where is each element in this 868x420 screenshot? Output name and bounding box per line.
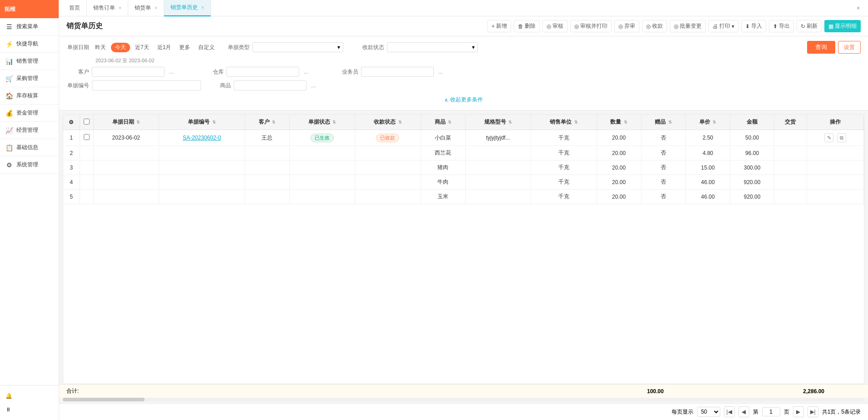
per-page-select[interactable]: 50 100 200: [697, 407, 720, 417]
salesperson-ellipsis[interactable]: ...: [437, 69, 445, 75]
collect-status-select[interactable]: ▾: [387, 42, 478, 52]
cell-transaction: [774, 130, 807, 146]
scrollbar-thumb[interactable]: [63, 398, 145, 401]
next-page-button[interactable]: ▶: [793, 406, 804, 417]
date-btn-today[interactable]: 今天: [111, 43, 130, 52]
cell-checkbox[interactable]: [80, 175, 93, 190]
delete-button[interactable]: 🗑 删除: [514, 20, 540, 32]
tab-sales-order[interactable]: 销售订单 ×: [87, 0, 128, 16]
customer-ellipsis[interactable]: ...: [167, 69, 176, 75]
abandon-icon: ◎: [618, 23, 623, 30]
tab-sales-goods[interactable]: 销货单 ×: [128, 0, 164, 16]
warehouse-ellipsis[interactable]: ...: [302, 69, 310, 75]
print-button[interactable]: 🖨 打印 ▾: [708, 20, 738, 32]
sidebar-item-inventory-calc[interactable]: 🏠 库存核算: [0, 87, 59, 105]
sidebar-item-label: 搜索菜单: [16, 23, 38, 30]
add-label: 新增: [496, 22, 507, 30]
filter-settings-button[interactable]: 设置: [838, 41, 861, 54]
th-doc-date[interactable]: 单据日期 ⇅: [93, 115, 159, 130]
th-goods[interactable]: 商品 ⇅: [421, 115, 465, 130]
cell-doc-date: [93, 146, 159, 160]
row-checkbox[interactable]: [84, 134, 90, 140]
abandon-button[interactable]: ◎ 弃审: [614, 20, 639, 32]
cell-transaction: [774, 160, 807, 175]
table-header-row: ⚙ 单据日期 ⇅ 单据编号 ⇅ 客户 ⇅: [63, 115, 864, 130]
doc-type-select[interactable]: ▾: [252, 42, 343, 52]
cell-checkbox[interactable]: [80, 160, 93, 175]
cell-collect-status: [355, 160, 421, 175]
cell-checkbox[interactable]: [80, 190, 93, 204]
refresh-button[interactable]: ↻ 刷新: [797, 20, 822, 32]
print-icon: 🖨: [712, 23, 718, 30]
cell-spec-type: [465, 190, 531, 204]
show-detail-button[interactable]: ▦ 显示明细: [824, 20, 861, 32]
sidebar-bottom-item-1[interactable]: 🔔: [0, 389, 59, 403]
last-page-button[interactable]: ▶|: [808, 406, 818, 417]
date-btn-yesterday[interactable]: 昨天: [92, 42, 109, 53]
th-collect-status[interactable]: 收款状态 ⇅: [355, 115, 421, 130]
import-label: 导入: [751, 22, 762, 30]
th-doc-status[interactable]: 单据状态 ⇅: [289, 115, 355, 130]
sidebar-bottom-item-2[interactable]: ⏸: [0, 403, 59, 416]
warehouse-input[interactable]: [226, 67, 299, 77]
th-quantity[interactable]: 数量 ⇅: [597, 115, 641, 130]
th-unit-price[interactable]: 单价 ⇅: [686, 115, 730, 130]
page-number-input[interactable]: [762, 407, 780, 416]
goods-input[interactable]: [234, 80, 306, 90]
doc-no-input[interactable]: [92, 80, 201, 90]
cell-doc-date: [93, 190, 159, 204]
sidebar-item-operation-mgmt[interactable]: 📈 经营管理: [0, 122, 59, 139]
sidebar-item-purchase-mgmt[interactable]: 🛒 采购管理: [0, 70, 59, 87]
export-button[interactable]: ⬆ 导出: [769, 20, 794, 32]
audit-button[interactable]: ◎ 审核: [542, 20, 567, 32]
tab-sales-history-close[interactable]: ×: [201, 5, 204, 10]
batch-change-button[interactable]: ◎ 批量变更: [670, 20, 706, 32]
tab-sales-goods-close[interactable]: ×: [155, 5, 157, 10]
query-button[interactable]: 查询: [807, 41, 835, 54]
tab-sales-order-close[interactable]: ×: [119, 5, 121, 10]
import-button[interactable]: ⬇ 导入: [741, 20, 766, 32]
th-spec-type[interactable]: 规格型号 ⇅: [465, 115, 531, 130]
sidebar-item-basic-info[interactable]: 📋 基础信息: [0, 139, 59, 156]
edit-button[interactable]: ✎: [824, 133, 833, 142]
date-btn-7days[interactable]: 近7天: [132, 42, 152, 53]
prev-page-button[interactable]: ◀: [738, 406, 749, 417]
search-menu-icon: ☰: [5, 23, 13, 30]
add-button[interactable]: + 新增: [487, 20, 511, 32]
th-checkbox[interactable]: [80, 115, 93, 130]
collect-button[interactable]: ◎ 收款: [642, 20, 667, 32]
cell-checkbox[interactable]: [80, 146, 93, 160]
customer-input[interactable]: [92, 67, 165, 77]
doc-no-link[interactable]: SA-20230602-0: [183, 135, 221, 141]
th-sale-unit[interactable]: 销售单位 ⇅: [531, 115, 597, 130]
sidebar-item-label: 快捷导航: [16, 40, 38, 48]
th-doc-no[interactable]: 单据编号 ⇅: [159, 115, 245, 130]
select-all-checkbox[interactable]: [84, 119, 90, 125]
date-btn-custom[interactable]: 自定义: [195, 42, 218, 53]
sidebar-item-sales-mgmt[interactable]: 📊 销售管理: [0, 53, 59, 70]
tab-home-label: 首页: [69, 4, 80, 12]
th-gear[interactable]: ⚙: [63, 115, 80, 130]
salesperson-input[interactable]: [361, 67, 434, 77]
sort-arrows-sale-unit: ⇅: [574, 120, 578, 125]
date-btn-more[interactable]: 更多: [176, 42, 193, 53]
th-customer[interactable]: 客户 ⇅: [245, 115, 289, 130]
th-gift[interactable]: 赠品 ⇅: [641, 115, 686, 130]
tab-sales-history[interactable]: 销货单历史 ×: [164, 0, 211, 16]
cell-doc-date: 2023-06-02: [93, 130, 159, 146]
goods-ellipsis[interactable]: ...: [309, 82, 317, 89]
tab-home[interactable]: 首页: [63, 0, 87, 16]
date-range-text: 2023-06-02 至 2023-06-02: [95, 58, 155, 63]
horizontal-scrollbar[interactable]: [63, 398, 864, 401]
sidebar-item-search-menu[interactable]: ☰ 搜索菜单: [0, 18, 59, 35]
sidebar-item-quick-nav[interactable]: ⚡ 快捷导航: [0, 35, 59, 53]
sidebar-item-system-mgmt[interactable]: ⚙ 系统管理: [0, 156, 59, 174]
sidebar-item-fund-mgmt[interactable]: 💰 资金管理: [0, 105, 59, 122]
first-page-button[interactable]: |◀: [724, 406, 735, 417]
collapse-button[interactable]: ∧ 收起更多条件: [66, 94, 861, 105]
copy-button[interactable]: ⧉: [837, 133, 846, 142]
audit-print-button[interactable]: ◎ 审核并打印: [570, 20, 612, 32]
cell-checkbox[interactable]: [80, 130, 93, 146]
tab-bar-close-button[interactable]: ×: [852, 5, 864, 11]
date-btn-1month[interactable]: 近1月: [154, 42, 175, 53]
